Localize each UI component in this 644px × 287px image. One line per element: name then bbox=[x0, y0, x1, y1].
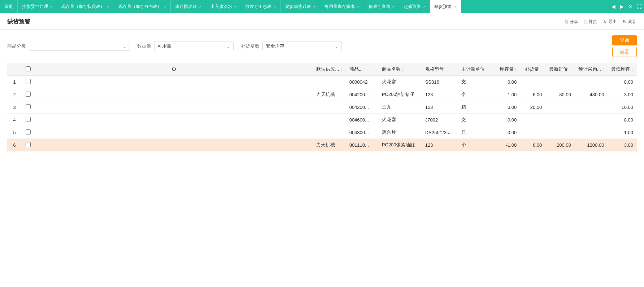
gear-settings-icon[interactable]: ⚙ bbox=[171, 66, 176, 72]
tab-home-label: 首页 bbox=[4, 4, 13, 10]
tab-expiry[interactable]: 保质期查询 × bbox=[364, 0, 399, 13]
th-spec[interactable]: 规格型号 ↕ bbox=[422, 63, 458, 76]
cell-name: 离合片 bbox=[378, 126, 422, 139]
share-label: 分享 bbox=[570, 19, 578, 25]
row-checkbox[interactable] bbox=[26, 92, 31, 97]
tab-batch-close[interactable]: × bbox=[199, 4, 201, 9]
tab-scroll-left[interactable]: ◀ bbox=[609, 0, 618, 13]
tab-maximize[interactable]: ⛶ bbox=[635, 0, 644, 13]
tab-available-close[interactable]: × bbox=[357, 4, 359, 9]
datasource-select[interactable]: 可用量 ⌄ bbox=[154, 41, 234, 51]
tab-overstock-close[interactable]: × bbox=[423, 4, 425, 9]
th-stock[interactable]: 库存量 ↕ bbox=[491, 63, 520, 76]
cell-index: 1 bbox=[7, 76, 22, 88]
row-checkbox[interactable] bbox=[26, 117, 31, 122]
th-supplier[interactable]: 默认供应... ↕ bbox=[313, 63, 345, 76]
tab-close-current[interactable]: ✕ bbox=[626, 0, 635, 13]
cell-spec: 123 bbox=[422, 139, 458, 151]
th-unit[interactable]: 主计量单位 ↕ bbox=[458, 63, 492, 76]
settings-button[interactable]: 设置 bbox=[612, 47, 637, 57]
tab-picking-close[interactable]: × bbox=[50, 4, 52, 9]
tab-shortage[interactable]: 缺货预警 × bbox=[430, 0, 461, 13]
cell-unit: 支 bbox=[458, 114, 492, 126]
table-header-row: ⚙ 默认供应... ↕ 商品... ↕ 商品名称 ↕ bbox=[7, 63, 637, 76]
cell-gear bbox=[35, 139, 313, 151]
replenish-icon: □ bbox=[584, 19, 587, 25]
name-sort-icon: ↕ bbox=[402, 67, 404, 71]
row-checkbox[interactable] bbox=[26, 104, 31, 109]
export-button[interactable]: ⇩ 导出 bbox=[603, 19, 617, 25]
cell-minstock: 10.00 bbox=[608, 101, 637, 114]
tab-inout-flow[interactable]: 出入库流水 × bbox=[206, 0, 241, 13]
tab-inventory-dist-close[interactable]: × bbox=[164, 4, 166, 9]
cell-index: 5 bbox=[7, 126, 22, 139]
th-code[interactable]: 商品... ↕ bbox=[346, 63, 378, 76]
row-checkbox[interactable] bbox=[26, 79, 31, 84]
cell-price bbox=[545, 101, 575, 114]
tab-inout-close[interactable]: × bbox=[234, 4, 236, 9]
share-button[interactable]: ⧉ 分享 bbox=[565, 19, 578, 25]
cell-plan: 480.00 bbox=[575, 88, 608, 101]
share-icon: ⧉ bbox=[565, 19, 568, 25]
tab-picking-exception[interactable]: 拣货异常处理 × bbox=[18, 0, 57, 13]
th-minstock-label: 最低库存 bbox=[611, 66, 630, 72]
replenish-base-select[interactable]: 安全库存 ⌄ bbox=[262, 41, 342, 51]
tab-shortage-label: 缺货预警 bbox=[434, 4, 452, 10]
th-name[interactable]: 商品名称 ↕ bbox=[378, 63, 422, 76]
cell-check bbox=[22, 126, 35, 139]
code-sort-icon: ↕ bbox=[364, 67, 366, 71]
tab-demand-stats[interactable]: 要货单统计表 × bbox=[281, 0, 320, 13]
tab-scroll-right[interactable]: ▶ bbox=[618, 0, 626, 13]
select-all-checkbox[interactable] bbox=[26, 66, 31, 71]
tab-demand-label: 要货单统计表 bbox=[285, 4, 311, 10]
replenish-base-chevron-icon: ⌄ bbox=[335, 44, 339, 49]
tab-home[interactable]: 首页 bbox=[0, 0, 18, 13]
tab-inventory-dist[interactable]: 现存量（库存分布表） × bbox=[114, 0, 171, 13]
tab-overstock[interactable]: 超储预警 × bbox=[399, 0, 430, 13]
query-button[interactable]: 查询 bbox=[612, 35, 637, 45]
supplier-sort-icon: ↕ bbox=[340, 67, 342, 71]
tab-inventory-status[interactable]: 现存量（库存状况表） × bbox=[57, 0, 114, 13]
export-label: 导出 bbox=[608, 19, 617, 25]
th-plan[interactable]: 预计采购... ↕ bbox=[575, 63, 608, 76]
tab-demand-close[interactable]: × bbox=[313, 4, 316, 9]
th-supplier-label: 默认供应... bbox=[316, 66, 339, 72]
tab-receive-send-close[interactable]: × bbox=[274, 4, 276, 9]
refresh-button[interactable]: ↻ 刷新 bbox=[623, 19, 637, 25]
th-price[interactable]: 最新进价 ↕ bbox=[545, 63, 575, 76]
th-index bbox=[7, 63, 22, 76]
replenish-button[interactable]: □ 补货 bbox=[584, 19, 597, 25]
cell-spec: SS816 bbox=[422, 76, 458, 88]
tab-expiry-label: 保质期查询 bbox=[369, 4, 390, 10]
cell-supplier bbox=[313, 101, 345, 114]
tab-inventory-status-close[interactable]: × bbox=[107, 4, 109, 9]
tab-inout-label: 出入库流水 bbox=[210, 4, 232, 10]
cell-gear bbox=[35, 126, 313, 139]
tab-inventory-dist-label: 现存量（库存分布表） bbox=[118, 4, 162, 10]
tab-receive-send[interactable]: 收发存汇总表 × bbox=[241, 0, 280, 13]
row-checkbox[interactable] bbox=[26, 142, 31, 147]
cell-spec: 123 bbox=[422, 101, 458, 114]
cell-unit: 个 bbox=[458, 88, 492, 101]
header-actions: ⧉ 分享 □ 补货 ⇩ 导出 ↻ 刷新 bbox=[565, 19, 637, 25]
cell-minstock: 3.00 bbox=[608, 88, 637, 101]
cell-stock: 0.00 bbox=[491, 101, 520, 114]
th-replenish[interactable]: 补货量 ↕ bbox=[520, 63, 545, 76]
th-minstock[interactable]: 最低库存 ↕ bbox=[608, 63, 637, 76]
cell-supplier: 力天机械 bbox=[313, 88, 345, 101]
tab-available-account[interactable]: 可用量库存账本 × bbox=[320, 0, 364, 13]
page-header: 缺货预警 ⧉ 分享 □ 补货 ⇩ 导出 ↻ 刷新 bbox=[0, 13, 644, 30]
tab-shortage-close[interactable]: × bbox=[454, 4, 456, 9]
cell-price bbox=[545, 126, 575, 139]
cell-name: 火花塞 bbox=[378, 114, 422, 126]
datasource-value: 可用量 bbox=[157, 43, 171, 49]
th-check bbox=[22, 63, 35, 76]
row-checkbox[interactable] bbox=[26, 129, 31, 134]
cell-index: 2 bbox=[7, 88, 22, 101]
cell-price bbox=[545, 114, 575, 126]
cell-unit: 个 bbox=[458, 139, 492, 151]
category-select[interactable]: ⌄ bbox=[29, 42, 130, 51]
table-body: 1 0000042 火花塞 SS816 支 0.00 8.00 2 力天机械 0… bbox=[7, 76, 637, 151]
tab-batch-account[interactable]: 库存批次账 × bbox=[171, 0, 206, 13]
tab-expiry-close[interactable]: × bbox=[392, 4, 395, 9]
